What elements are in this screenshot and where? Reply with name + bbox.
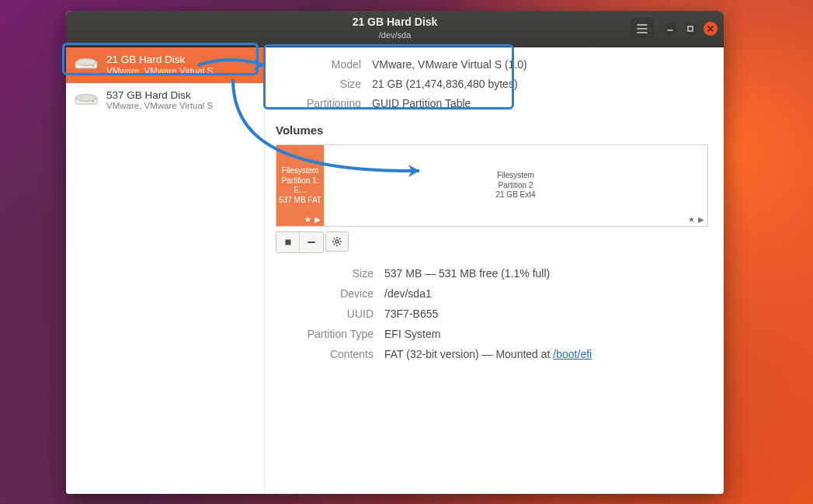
main-pane: Model VMware, VMware Virtual S (1.0) Siz… (265, 47, 724, 494)
volume-line: Partition 1: E… (276, 176, 324, 196)
svg-rect-7 (285, 240, 290, 245)
det-contents-label: Contents (276, 348, 373, 360)
svg-point-5 (76, 95, 96, 102)
sidebar-disk-title: 537 GB Hard Disk (106, 89, 213, 102)
info-size-value: 21 GB (21,474,836,480 bytes) (372, 78, 708, 90)
volume-options-gear-button[interactable] (325, 231, 349, 252)
det-ptype-label: Partition Type (276, 328, 373, 340)
star-icon (688, 215, 695, 224)
maximize-button[interactable] (683, 22, 697, 36)
hamburger-menu-button[interactable] (631, 18, 654, 40)
window-subtitle: /dev/sda (66, 30, 724, 40)
sidebar-disk-subtitle: VMware, VMware Virtual S (106, 101, 213, 111)
volume-partition-2[interactable]: Filesystem Partition 2 21 GB Ext4 (324, 145, 707, 226)
mount-point-link[interactable]: /boot/efi (553, 348, 592, 360)
volumes-box: Filesystem Partition 1: E… 537 MB FAT Fi… (276, 144, 708, 227)
volume-toolbar-segment (276, 231, 324, 253)
titlebar: 21 GB Hard Disk /dev/sda (66, 11, 724, 47)
det-uuid-value: 73F7-B655 (384, 308, 708, 320)
volume-partition-1[interactable]: Filesystem Partition 1: E… 537 MB FAT (276, 145, 324, 226)
info-model-label: Model (276, 58, 361, 71)
disk-info: Model VMware, VMware Virtual S (1.0) Siz… (276, 58, 708, 109)
det-device-label: Device (276, 287, 373, 300)
close-button[interactable] (704, 22, 717, 36)
volumes-heading: Volumes (276, 123, 708, 137)
det-size-value: 537 MB — 531 MB free (1.1% full) (384, 267, 708, 280)
volume-line: 21 GB Ext4 (495, 190, 535, 200)
minimize-button[interactable] (663, 22, 677, 36)
svg-point-6 (92, 101, 94, 103)
det-uuid-label: UUID (276, 308, 373, 320)
window-title: 21 GB Hard Disk (66, 16, 724, 28)
volume-line: Filesystem (497, 171, 534, 181)
volume-line: Partition 2 (499, 181, 533, 191)
play-icon (698, 215, 704, 224)
hard-disk-icon (74, 91, 99, 109)
sidebar-disk-item[interactable]: 21 GB Hard Disk VMware, VMware Virtual S (66, 47, 264, 83)
sidebar-disk-title: 21 GB Hard Disk (106, 54, 213, 66)
partition-details: Size 537 MB — 531 MB free (1.1% full) De… (276, 267, 708, 360)
info-size-label: Size (276, 78, 361, 90)
hard-disk-icon (74, 55, 99, 74)
svg-point-8 (335, 240, 339, 243)
volume-footer-icons (688, 215, 704, 224)
info-partitioning-label: Partitioning (276, 97, 361, 109)
det-ptype-value: EFI System (384, 328, 708, 340)
svg-point-3 (92, 65, 94, 67)
contents-prefix: FAT (32-bit version) — Mounted at (384, 348, 553, 360)
svg-point-2 (76, 59, 96, 66)
det-size-label: Size (276, 267, 373, 280)
star-icon (304, 215, 311, 224)
sidebar-disk-item[interactable]: 537 GB Hard Disk VMware, VMware Virtual … (66, 83, 264, 119)
volume-line: Filesystem (282, 166, 319, 176)
sidebar-disk-subtitle: VMware, VMware Virtual S (106, 66, 213, 76)
svg-rect-0 (688, 26, 693, 31)
info-model-value: VMware, VMware Virtual S (1.0) (372, 58, 708, 71)
delete-partition-button[interactable] (300, 232, 323, 252)
unmount-stop-button[interactable] (276, 232, 300, 252)
play-icon (314, 215, 321, 224)
info-partitioning-value: GUID Partition Table (372, 97, 708, 109)
det-contents-value: FAT (32-bit version) — Mounted at /boot/… (384, 348, 708, 360)
gnome-disks-window: 21 GB Hard Disk /dev/sda (66, 11, 724, 494)
device-sidebar: 21 GB Hard Disk VMware, VMware Virtual S… (66, 47, 265, 494)
volume-line: 537 MB FAT (279, 196, 321, 206)
volume-footer-icons (304, 215, 321, 224)
det-device-value: /dev/sda1 (384, 287, 708, 300)
